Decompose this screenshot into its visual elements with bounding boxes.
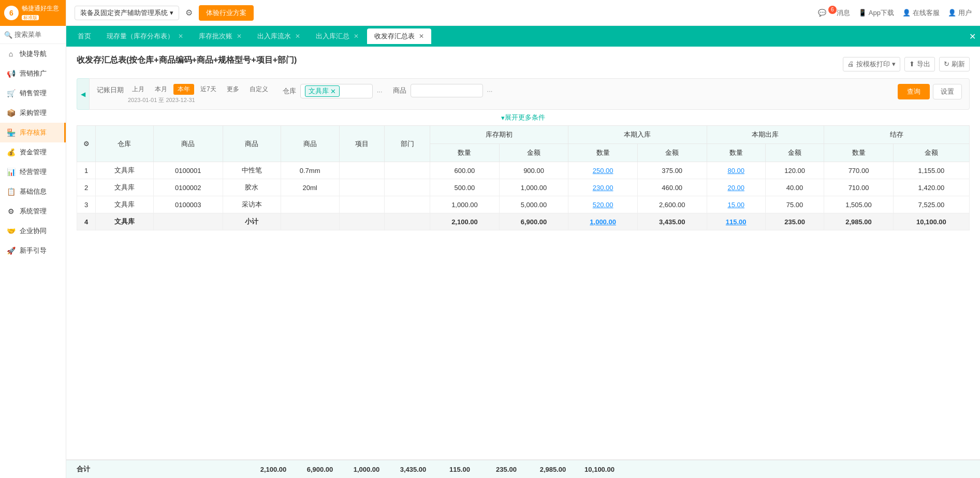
date-tab-last-month[interactable]: 上月	[128, 84, 149, 95]
system-name: 装备及固定资产辅助管理系统	[80, 8, 168, 18]
footer-bal-qty: 2,985.00	[532, 466, 574, 473]
message-item[interactable]: 💬 6 消息	[818, 8, 850, 18]
out-qty-header: 数量	[707, 144, 765, 162]
sidebar-item-basic[interactable]: 📋 基础信息	[0, 182, 66, 201]
sidebar-item-collab[interactable]: 🤝 企业协同	[0, 221, 66, 241]
table-row: 4文具库小计2,100.006,900.001,000.003,435.0011…	[77, 213, 970, 230]
sidebar-item-marketing[interactable]: 📢 营销推广	[0, 64, 66, 83]
tabbar-close-icon[interactable]: ✕	[969, 32, 976, 41]
refresh-button[interactable]: ↻ 刷新	[939, 57, 970, 71]
settings-icon[interactable]: ⚙	[185, 8, 193, 18]
sidebar-item-purchase[interactable]: 📦 采购管理	[0, 103, 66, 123]
row-out-qty[interactable]: 80.00	[707, 162, 765, 179]
sidebar-item-finance[interactable]: 💰 资金管理	[0, 142, 66, 162]
row-in-qty[interactable]: 250.00	[568, 162, 638, 179]
filter-toggle[interactable]: ◀	[77, 78, 89, 110]
trial-button[interactable]: 体验行业方案	[199, 5, 254, 21]
settings-icon: ⚙	[83, 140, 90, 148]
sidebar-item-inventory[interactable]: 🏪 库存核算	[0, 123, 66, 142]
row-out-qty[interactable]: 15.00	[707, 196, 765, 213]
row-out-qty[interactable]: 20.00	[707, 179, 765, 196]
row-bal-amt: 7,525.00	[893, 196, 969, 213]
sidebar-item-label: 销售管理	[20, 89, 47, 98]
sidebar-item-quick[interactable]: ⌂ 快捷导航	[0, 44, 66, 64]
tab-batch[interactable]: 库存批次账 ✕	[192, 28, 249, 44]
date-tab-this-month[interactable]: 本月	[151, 84, 171, 95]
print-button[interactable]: 🖨 按模板打印 ▾	[843, 57, 900, 71]
warehouse-dots[interactable]: ···	[377, 88, 383, 95]
row-out-amt: 235.00	[765, 213, 824, 230]
sidebar-item-operations[interactable]: 📊 经营管理	[0, 162, 66, 182]
print-icon: 🖨	[847, 60, 854, 68]
in-amt-header: 金额	[637, 144, 707, 162]
sidebar-item-label: 库存核算	[20, 128, 47, 137]
tab-close-icon[interactable]: ✕	[178, 33, 183, 40]
refresh-label: 刷新	[952, 60, 965, 69]
row-out-qty[interactable]: 115.00	[707, 213, 765, 230]
row-in-qty[interactable]: 520.00	[568, 196, 638, 213]
tab-label: 首页	[78, 32, 91, 41]
table-row: 2文具库0100002胶水20ml500.001,000.00230.00460…	[77, 179, 970, 196]
sidebar-item-newbie[interactable]: 🚀 新手引导	[0, 241, 66, 260]
goods-label: 商品	[393, 86, 406, 95]
balance-group-header: 结存	[824, 126, 970, 144]
tab-in-out-flow[interactable]: 出入库流水 ✕	[250, 28, 308, 44]
tab-close-icon[interactable]: ✕	[419, 33, 424, 40]
date-tab-7days[interactable]: 近7天	[196, 84, 221, 95]
warehouse-input[interactable]: 文具库 ✕	[300, 84, 373, 98]
app-label: App下载	[869, 8, 894, 18]
tab-recv-send-summary[interactable]: 收发存汇总表 ✕	[367, 28, 431, 44]
system-select[interactable]: 装备及固定资产辅助管理系统 ▾	[75, 6, 179, 20]
collab-icon: 🤝	[6, 226, 16, 236]
export-button[interactable]: ⬆ 导出	[904, 57, 935, 71]
tab-in-out-summary[interactable]: 出入库汇总 ✕	[309, 28, 366, 44]
goods-dots[interactable]: ···	[487, 87, 493, 95]
settings-col-header[interactable]: ⚙	[77, 126, 96, 162]
tab-close-icon[interactable]: ✕	[354, 33, 359, 40]
date-tab-custom[interactable]: 自定义	[245, 84, 272, 95]
open-amt-header: 金额	[499, 144, 568, 162]
search-label: 搜索菜单	[14, 30, 41, 39]
sales-icon: 🛒	[6, 89, 16, 98]
user-icon: 👤	[948, 9, 956, 17]
app-download-item[interactable]: 📱 App下载	[858, 8, 894, 18]
sidebar-search[interactable]: 🔍 搜索菜单	[0, 26, 66, 44]
message-label: 消息	[837, 8, 850, 18]
goods-input[interactable]	[411, 84, 483, 97]
footer-open-qty: 2,100.00	[253, 466, 294, 473]
sidebar-item-label: 资金管理	[20, 148, 47, 157]
date-tab-this-year[interactable]: 本年	[173, 84, 194, 95]
row-open-qty: 600.00	[430, 162, 500, 179]
sidebar-item-sales[interactable]: 🛒 销售管理	[0, 83, 66, 103]
row-seq: 4	[77, 213, 96, 230]
row-in-amt: 3,435.00	[637, 213, 707, 230]
operations-icon: 📊	[6, 167, 16, 177]
service-item[interactable]: 👤 在线客服	[902, 8, 940, 18]
tag-close-icon[interactable]: ✕	[330, 88, 336, 95]
user-item[interactable]: 👤 用户	[948, 8, 972, 18]
row-seq: 2	[77, 179, 96, 196]
search-button[interactable]: 查询	[898, 84, 930, 99]
logo-line1: 畅捷通好生意	[22, 5, 59, 13]
row-warehouse: 文具库	[96, 213, 154, 230]
expand-filter-button[interactable]: ▾ 展开更多条件	[66, 110, 980, 125]
tab-home[interactable]: 首页	[70, 28, 98, 44]
date-tab-more[interactable]: 更多	[223, 84, 243, 95]
refresh-icon: ↻	[944, 60, 949, 68]
search-icon: 🔍	[4, 31, 12, 39]
tab-close-icon[interactable]: ✕	[237, 33, 242, 40]
page-footer: 合计 2,100.00 6,900.00 1,000.00 3,435.00 1…	[66, 459, 980, 478]
row-code: 0100002	[153, 179, 223, 196]
row-in-qty[interactable]: 230.00	[568, 179, 638, 196]
row-in-qty[interactable]: 1,000.00	[568, 213, 638, 230]
project-col-header: 项目	[339, 126, 385, 162]
row-open-amt: 1,000.00	[499, 179, 568, 196]
tab-inventory-dist[interactable]: 现存量（库存分布表） ✕	[99, 28, 191, 44]
row-dept	[385, 179, 430, 196]
tab-close-icon[interactable]: ✕	[295, 33, 300, 40]
filter-settings-button[interactable]: 设置	[933, 84, 962, 99]
sidebar-item-system[interactable]: ⚙ 系统管理	[0, 201, 66, 221]
marketing-icon: 📢	[6, 69, 16, 78]
spec-col-header: 商品	[281, 126, 339, 162]
sidebar-item-label: 采购管理	[20, 108, 47, 118]
